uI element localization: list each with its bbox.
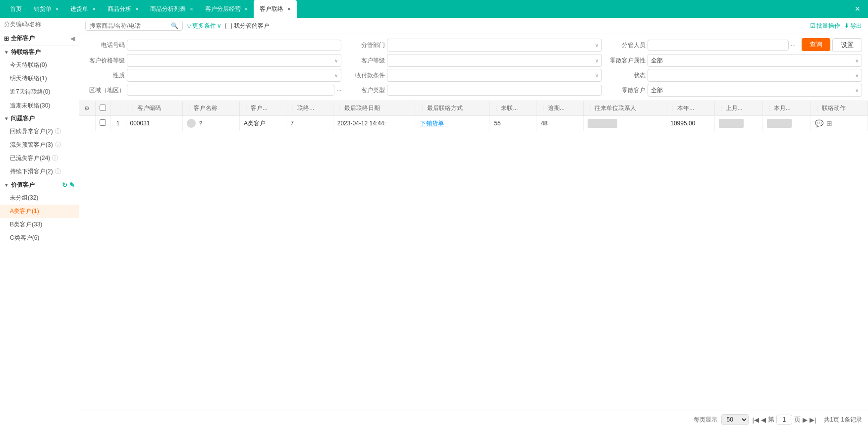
drag-icon-last-method: ⋮ [420,106,425,111]
row-code: 000031 [126,116,183,131]
more-conditions-button[interactable]: ▽ 更多条件 ∨ [187,22,221,30]
nav-product-analysis[interactable]: 商品分析 × [102,0,144,18]
adv-customer-type-input[interactable] [387,85,601,96]
prev-page-button[interactable]: ◀ [761,416,766,424]
region-dots-btn[interactable]: ··· [336,87,341,94]
adv-phone-input[interactable] [127,40,341,51]
adv-customer-grade-label: 客户等级 [345,56,385,65]
row-action[interactable]: 💬 ⊞ [811,116,868,131]
close-product-analysis-tab[interactable]: × [135,0,138,18]
th-overdue: ⋮逾期... [537,101,583,116]
data-table-wrapper: ⚙ ⋮客户编码 ⋮客户名称 ⋮客户... [79,101,868,411]
sidebar-item-declining[interactable]: 持续下滑客户(2) ⓘ [0,165,79,178]
nav-purchase[interactable]: 进货单 × [64,0,101,18]
nav-home[interactable]: 首页 [4,0,28,18]
sidebar-item-unclassified[interactable]: 未分组(32) [0,191,79,205]
th-num [110,101,126,116]
sidebar-item-7days-contact[interactable]: 近7天待联络(0) [0,85,79,99]
sidebar-item-churned[interactable]: 已流失客户(24) ⓘ [0,152,79,165]
sidebar-item-tomorrow-contact[interactable]: 明天待联络(1) [0,72,79,85]
adv-scatter-attr-select[interactable]: 全部 ∨ [648,54,862,67]
settings-button[interactable]: 设置 [832,38,862,52]
adv-price-grade-select[interactable]: ∨ [127,54,341,67]
close-purchase-tab[interactable]: × [92,0,95,18]
select-all-checkbox[interactable] [100,105,106,111]
row-last-method[interactable]: 下销货单 [416,116,490,131]
last-page-button[interactable]: ▶| [810,416,816,424]
adv-manager-input[interactable] [648,40,789,51]
section-pending-contact[interactable]: ▼ 待联络客户 [0,46,79,58]
adv-row-3: 性质 ∨ 收付款条件 ∨ 状态 [85,69,862,82]
sidebar-item-repurchase-anomaly[interactable]: 回购异常客户(2) ⓘ [0,125,79,138]
adv-region-label: 区域（地区） [85,86,125,95]
action-chat-icon[interactable]: 💬 [815,119,823,127]
nav-sales[interactable]: 销货单 × [28,0,64,18]
adv-payment-label: 收付款条件 [345,71,385,80]
sidebar-item-today-contact[interactable]: 今天待联络(0) [0,58,79,72]
drag-icon-this-year: ⋮ [670,106,675,111]
next-page-button[interactable]: ▶ [803,416,808,424]
refresh-icon[interactable]: ↻ [62,181,67,189]
close-sales-tab[interactable]: × [55,0,58,18]
edit-icon[interactable]: ✎ [69,181,75,189]
filter-search-input[interactable] [90,22,169,29]
sidebar-all-customers-header[interactable]: ⊞ 全部客户 ◀ [0,31,79,46]
filter-search-icon[interactable]: 🔍 [171,22,178,29]
nav-customer-contact[interactable]: 客户联络 × [254,0,296,18]
per-page-select[interactable]: 50 100 200 [721,414,749,425]
adv-row-1: 电话号码 分管部门 ∨ 分管人员 ··· 查询 设置 [85,38,862,52]
query-button[interactable]: 查询 [802,38,830,51]
adv-dept-select[interactable]: ∨ [387,39,601,52]
export-button[interactable]: ⬇ 导出 [844,22,862,30]
adv-scatter-customer-select[interactable]: 全部 ∨ [648,84,862,97]
batch-op-button[interactable]: ☑ 批量操作 [810,22,840,30]
row-checkbox[interactable] [100,119,106,126]
pagination-bar: 每页显示 50 100 200 |◀ ◀ 第 页 ▶ ▶| 共1页 1条记录 [79,411,868,428]
close-customer-contact-tab[interactable]: × [287,0,290,18]
section-value-customers[interactable]: ▼ 价值客户 ↻ ✎ [0,179,79,191]
th-customer-type: ⋮客户... [239,101,286,116]
action-more-icon[interactable]: ⊞ [826,119,832,127]
th-last-month: ⋮上月... [714,101,762,116]
row-unit-contact [584,116,666,131]
sidebar-item-class-a[interactable]: A类客户(1) [0,205,79,218]
status-caret-icon: ∨ [855,73,859,78]
adv-region-input[interactable] [127,85,334,96]
my-customers-checkbox-area[interactable]: 我分管的客户 [225,22,270,30]
th-gear[interactable]: ⚙ [79,101,95,116]
last-method-link[interactable]: 下销货单 [420,120,444,127]
nav-product-analysis-list[interactable]: 商品分析列表 × [144,0,199,18]
adv-customer-grade-select[interactable]: ∨ [387,54,601,67]
adv-nature-cell: 性质 ∨ [85,69,341,82]
close-customer-tier-tab[interactable]: × [245,0,248,18]
close-product-analysis-list-tab[interactable]: × [190,0,193,18]
page-nav: |◀ ◀ 第 页 ▶ ▶| [753,415,816,425]
th-this-year: ⋮本年... [666,101,714,116]
adv-payment-select[interactable]: ∨ [387,69,601,82]
first-page-button[interactable]: |◀ [753,416,759,424]
th-contact: ⋮联络... [286,101,333,116]
row-name[interactable]: ？ [183,116,240,131]
close-all-button[interactable]: × [851,4,864,14]
th-last-method: ⋮最后联络方式 [416,101,490,116]
main-layout: 🔍 ⊞ 全部客户 ◀ ▼ 待联络客户 今天待联络(0) 明天待联络(1) 近7天… [0,18,868,428]
section-problem-customers[interactable]: ▼ 问题客户 [0,112,79,125]
adv-nature-select[interactable]: ∨ [127,69,341,82]
sidebar-collapse-icon[interactable]: ◀ [70,35,75,42]
top-nav: 首页 销货单 × 进货单 × 商品分析 × 商品分析列表 × 客户分层经营 × … [0,0,868,18]
manager-dots-btn[interactable]: ··· [791,42,796,49]
value-arrow-icon: ▼ [4,182,9,188]
sidebar-item-class-b[interactable]: B类客户(33) [0,218,79,231]
sidebar-item-churn-warning[interactable]: 流失预警客户(3) ⓘ [0,138,79,152]
sidebar-item-overdue-contact[interactable]: 逾期未联络(30) [0,99,79,112]
page-input[interactable] [776,415,792,425]
adv-manager-cell: 分管人员 ··· 查询 设置 [606,38,862,52]
sidebar-item-class-c[interactable]: C类客户(6) [0,231,79,245]
drag-icon-this-month: ⋮ [767,106,772,111]
adv-scatter-customer-label: 零散客户 [606,86,646,95]
nav-customer-tier[interactable]: 客户分层经营 × [199,0,254,18]
row-overdue: 48 [537,116,583,131]
my-customers-checkbox[interactable] [225,23,232,29]
adv-status-select[interactable]: ∨ [648,69,862,82]
sidebar-search-input[interactable] [4,21,78,28]
